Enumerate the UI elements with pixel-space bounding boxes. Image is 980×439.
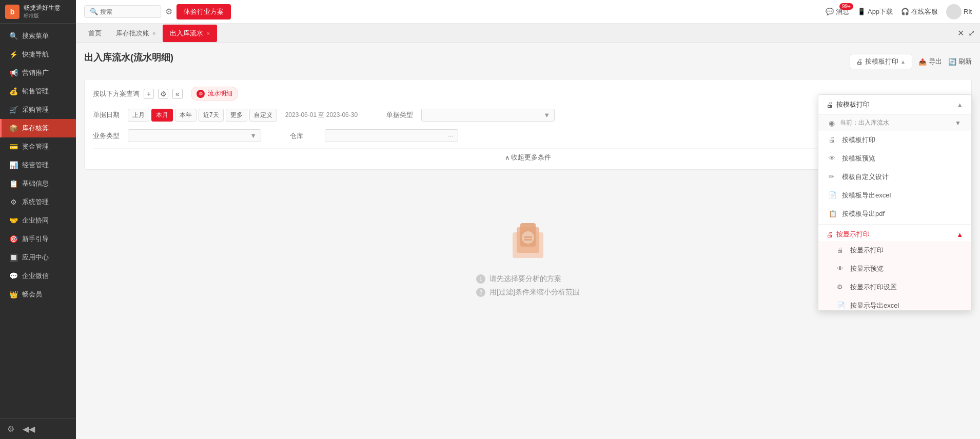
nav-icon-finance: 💳 bbox=[9, 142, 18, 151]
date-field: 单据日期 上月本月本年近7天更多自定义 2023-06-01 至 2023-06… bbox=[93, 109, 358, 122]
sidebar-item-finance[interactable]: 💳 资金管理 bbox=[0, 137, 76, 156]
footer-settings-icon[interactable]: ⚙ bbox=[7, 424, 14, 434]
dp-title-area: 🖨 按模板打印 bbox=[827, 100, 870, 109]
nav-label-search: 搜索菜单 bbox=[22, 31, 49, 41]
dropdown-panel: 🖨 按模板打印 ▲ ◉ 当前：出入库流水 ▼ 🖨 按模板打印 bbox=[818, 94, 972, 311]
export-btn[interactable]: 📤 导出 bbox=[918, 57, 942, 66]
dp-display-item-label-display_preview: 按显示预览 bbox=[850, 264, 884, 273]
export-icon: 📤 bbox=[918, 58, 927, 66]
refresh-btn[interactable]: 🔄 刷新 bbox=[948, 57, 972, 66]
nav-label-operation: 经营管理 bbox=[22, 161, 49, 170]
sidebar-item-system[interactable]: ⚙ 系统管理 bbox=[0, 193, 76, 211]
print-dropdown-btn[interactable]: 🖨 按模板打印 ▲ bbox=[850, 54, 912, 69]
nav-icon-app-center: 🔲 bbox=[9, 253, 18, 262]
sidebar-item-purchase[interactable]: 🛒 采购管理 bbox=[0, 101, 76, 119]
nav-label-guide: 新手引导 bbox=[22, 234, 49, 244]
sidebar-item-guide[interactable]: 🎯 新手引导 bbox=[0, 230, 76, 248]
dp-display-item-display_print_settings[interactable]: ⚙ 按显示打印设置 bbox=[818, 278, 971, 296]
nav-label-purchase: 采购管理 bbox=[22, 105, 49, 114]
empty-step-1: 1 请先选择要分析的方案 bbox=[476, 274, 580, 284]
trial-btn[interactable]: 体验行业方案 bbox=[177, 4, 231, 19]
message-badge: 99+ bbox=[839, 3, 853, 10]
collapse-more-btn[interactable]: ∧ 收起更多条件 bbox=[505, 153, 551, 162]
sidebar-item-basic[interactable]: 📋 基础信息 bbox=[0, 174, 76, 193]
dp-display-icon: 🖨 bbox=[827, 231, 833, 238]
sidebar-nav: 🔍 搜索菜单 ⚡ 快捷导航 📢 营销推广 💰 销售管理 🛒 采购管理 📦 库存核… bbox=[0, 24, 76, 418]
sidebar-item-inventory[interactable]: 📦 库存核算 bbox=[0, 119, 76, 137]
dp-item-template_export_pdf[interactable]: 📋 按模板导出pdf bbox=[818, 205, 971, 223]
tab-expand-btn[interactable]: ⤢ bbox=[968, 28, 975, 38]
sidebar-item-wecom[interactable]: 💬 企业微信 bbox=[0, 267, 76, 285]
footer-collapse-icon[interactable]: ◀◀ bbox=[23, 424, 35, 434]
filter-collapse-btn[interactable]: « bbox=[172, 89, 183, 99]
tab-bar-right: ✕ ⤢ bbox=[957, 28, 975, 38]
main-area: 🔍 ⚙ 体验行业方案 💬 消息 99+ 📱 App下载 🎧 在 bbox=[76, 0, 980, 439]
dp-item-template_custom[interactable]: ✏ 模板自定义设计 bbox=[818, 168, 971, 186]
dp-item-label-template_export_excel: 按模板导出excel bbox=[842, 191, 891, 200]
export-label: 导出 bbox=[929, 57, 942, 66]
customer-service-btn[interactable]: 🎧 在线客服 bbox=[901, 7, 938, 16]
nav-icon-sales: 💰 bbox=[9, 87, 18, 96]
tab-flow[interactable]: 出入库流水× bbox=[163, 25, 217, 42]
sidebar-item-operation[interactable]: 📊 经营管理 bbox=[0, 156, 76, 174]
tab-label-home: 首页 bbox=[88, 29, 102, 38]
add-filter-btn[interactable]: + bbox=[144, 89, 154, 99]
nav-icon-wecom: 💬 bbox=[9, 271, 18, 281]
dp-item-template_print[interactable]: 🖨 按模板打印 bbox=[818, 131, 971, 149]
date-btn-current_year[interactable]: 本年 bbox=[175, 109, 197, 122]
tab-close-flow[interactable]: × bbox=[206, 30, 209, 36]
sidebar-item-sales[interactable]: 💰 销售管理 bbox=[0, 82, 76, 101]
top-search-input[interactable] bbox=[100, 8, 151, 15]
dp-display-item-label-display_export_excel: 按显示导出excel bbox=[850, 301, 899, 310]
app-download-btn[interactable]: 📱 App下载 bbox=[857, 7, 893, 16]
sidebar-item-marketing[interactable]: 📢 营销推广 bbox=[0, 64, 76, 82]
nav-label-wecom: 企业微信 bbox=[22, 271, 49, 281]
business-type-select[interactable]: ▼ bbox=[128, 129, 261, 142]
top-bar: 🔍 ⚙ 体验行业方案 💬 消息 99+ 📱 App下载 🎧 在 bbox=[76, 0, 980, 24]
sidebar-item-search[interactable]: 🔍 搜索菜单 bbox=[0, 27, 76, 45]
nav-icon-basic: 📋 bbox=[9, 179, 18, 188]
sidebar-item-enterprise[interactable]: 🤝 企业协同 bbox=[0, 211, 76, 230]
filter-settings-btn[interactable]: ⚙ bbox=[158, 89, 168, 99]
tab-close-batch[interactable]: × bbox=[152, 30, 155, 36]
date-btn-last7[interactable]: 近7天 bbox=[199, 109, 224, 122]
search-icon: 🔍 bbox=[90, 8, 98, 15]
dp-current-chevron: ▼ bbox=[955, 119, 961, 127]
filter-tag-icon: ⚙ bbox=[197, 90, 205, 98]
date-btn-custom[interactable]: 自定义 bbox=[249, 109, 277, 122]
dp-display-item-label-display_print: 按显示打印 bbox=[850, 246, 884, 255]
dp-display-section-header[interactable]: 🖨 按显示打印 ▲ bbox=[818, 226, 971, 241]
brand-name: 畅捷通好生意 标准版 bbox=[24, 4, 61, 19]
dp-display-item-display_print[interactable]: 🖨 按显示打印 bbox=[818, 241, 971, 260]
dp-chevron-up: ▲ bbox=[956, 101, 963, 109]
app-logo: b bbox=[5, 5, 19, 19]
sidebar-item-app-center[interactable]: 🔲 应用中心 bbox=[0, 248, 76, 267]
warehouse-select[interactable]: ··· bbox=[325, 129, 458, 142]
tab-batch[interactable]: 库存批次账× bbox=[109, 25, 163, 42]
dp-item-template_export_excel[interactable]: 📄 按模板导出excel bbox=[818, 186, 971, 205]
dp-item-template_preview[interactable]: 👁 按模板预览 bbox=[818, 149, 971, 168]
top-search-box[interactable]: 🔍 bbox=[84, 5, 161, 18]
tab-close-btn[interactable]: ✕ bbox=[957, 28, 964, 38]
date-btn-more[interactable]: 更多 bbox=[226, 109, 247, 122]
bill-type-select[interactable]: ▼ bbox=[421, 109, 555, 122]
dp-item-icon-template_export_pdf: 📋 bbox=[829, 210, 837, 218]
dp-display-item-display_export_excel[interactable]: 📄 按显示导出excel bbox=[818, 296, 971, 310]
sidebar-header: b 畅捷通好生意 标准版 bbox=[0, 0, 76, 24]
nav-label-inventory: 库存核算 bbox=[22, 124, 49, 133]
user-avatar-area[interactable]: Rit bbox=[946, 4, 972, 19]
tab-home[interactable]: 首页 bbox=[81, 25, 109, 42]
settings-icon[interactable]: ⚙ bbox=[165, 7, 172, 16]
sidebar-item-member[interactable]: 👑 畅会员 bbox=[0, 285, 76, 304]
dp-display-item-display_preview[interactable]: 👁 按显示预览 bbox=[818, 260, 971, 278]
dp-item-label-template_export_pdf: 按模板导出pdf bbox=[842, 209, 885, 218]
filter-tag-flow[interactable]: ⚙ 流水明细 bbox=[191, 87, 238, 101]
message-btn[interactable]: 💬 消息 99+ bbox=[826, 7, 849, 16]
warehouse-field: 仓库 ··· bbox=[290, 129, 458, 142]
date-btn-last_month[interactable]: 上月 bbox=[128, 109, 149, 122]
date-btn-current_month[interactable]: 本月 bbox=[151, 109, 173, 122]
dp-display-item-icon-display_export_excel: 📄 bbox=[837, 302, 845, 310]
sidebar-item-quick-nav[interactable]: ⚡ 快捷导航 bbox=[0, 45, 76, 64]
dp-divider-1 bbox=[818, 224, 971, 225]
tab-bar: 首页库存批次账×出入库流水× ✕ ⤢ bbox=[76, 24, 980, 43]
